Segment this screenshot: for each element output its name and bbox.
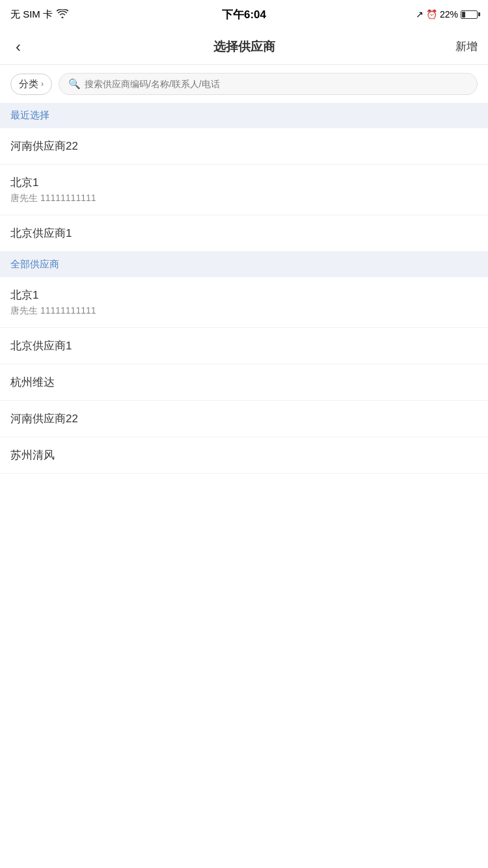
all-item-sub-0: 唐先生 11111111111	[10, 305, 478, 317]
all-item-name-1: 北京供应商1	[10, 338, 478, 353]
all-item-name-3: 河南供应商22	[10, 411, 478, 426]
all-item-2[interactable]: 杭州维达	[0, 364, 488, 401]
status-bar: 无 SIM 卡 下午6:04 ↗ ⏰ 22%	[0, 0, 488, 29]
search-icon: 🔍	[68, 78, 81, 90]
filter-row: 分类 › 🔍	[0, 65, 488, 103]
all-item-name-0: 北京1	[10, 288, 478, 303]
search-input[interactable]	[85, 79, 468, 89]
recent-item-name-1: 北京1	[10, 175, 478, 190]
all-item-3[interactable]: 河南供应商22	[0, 401, 488, 437]
search-box[interactable]: 🔍	[59, 73, 478, 95]
carrier-text: 无 SIM 卡	[10, 8, 53, 21]
battery-percent: 22%	[440, 9, 458, 20]
all-item-name-2: 杭州维达	[10, 375, 478, 390]
all-items-list: 北京1 唐先生 11111111111 北京供应商1 杭州维达 河南供应商22 …	[0, 277, 488, 474]
recent-section-label: 最近选择	[10, 109, 49, 120]
status-left: 无 SIM 卡	[10, 8, 68, 21]
all-item-4[interactable]: 苏州清风	[0, 437, 488, 474]
recent-section-header: 最近选择	[0, 103, 488, 128]
recent-item-name-0: 河南供应商22	[10, 139, 478, 154]
all-item-1[interactable]: 北京供应商1	[0, 328, 488, 364]
wifi-icon	[57, 9, 68, 20]
recent-items-list: 河南供应商22 北京1 唐先生 11111111111 北京供应商1	[0, 128, 488, 252]
recent-item-2[interactable]: 北京供应商1	[0, 215, 488, 252]
status-right: ↗ ⏰ 22%	[416, 9, 478, 20]
recent-item-name-2: 北京供应商1	[10, 226, 478, 241]
chevron-right-icon: ›	[41, 79, 44, 88]
category-label: 分类	[19, 78, 38, 90]
nav-bar: ‹ 选择供应商 新增	[0, 29, 488, 65]
add-button[interactable]: 新增	[455, 39, 478, 54]
battery-icon	[461, 10, 478, 19]
back-button[interactable]: ‹	[10, 34, 26, 60]
page-title: 选择供应商	[213, 38, 275, 55]
location-icon: ↗	[416, 9, 424, 20]
alarm-icon: ⏰	[426, 9, 437, 20]
recent-item-1[interactable]: 北京1 唐先生 11111111111	[0, 165, 488, 215]
status-time: 下午6:04	[222, 7, 266, 22]
recent-item-0[interactable]: 河南供应商22	[0, 128, 488, 165]
all-section-header: 全部供应商	[0, 252, 488, 277]
recent-item-sub-1: 唐先生 11111111111	[10, 193, 478, 204]
all-section-label: 全部供应商	[10, 258, 59, 269]
category-filter[interactable]: 分类 ›	[10, 74, 52, 95]
all-item-name-4: 苏州清风	[10, 448, 478, 463]
all-item-0[interactable]: 北京1 唐先生 11111111111	[0, 277, 488, 328]
